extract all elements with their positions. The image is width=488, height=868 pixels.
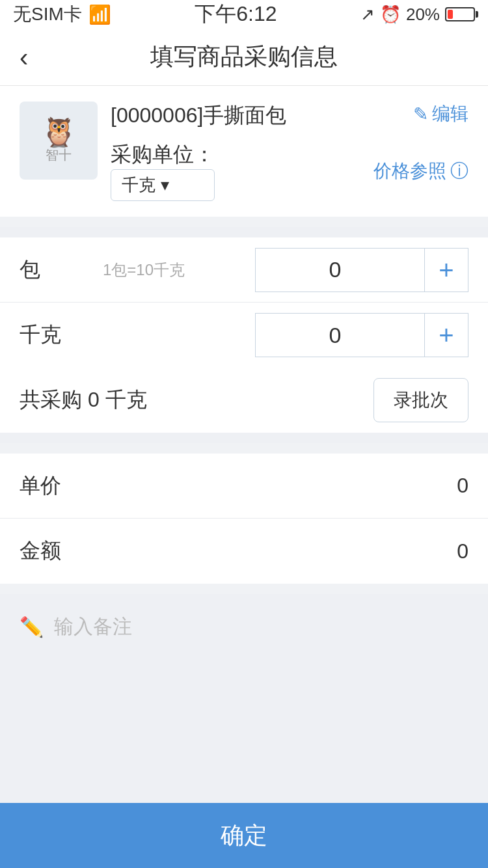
unit-select[interactable]: 千克 ▾ [111,169,215,201]
bag-label: 包 [20,256,98,284]
kg-plus-button[interactable]: + [424,313,468,357]
status-time: 下午6:12 [195,0,277,29]
battery-fill [448,10,453,19]
kg-input-row: 千克 + [0,303,488,368]
kg-label: 千克 [20,321,98,349]
product-info: [0000006]手撕面包 ✎ 编辑 采购单位： 千克 ▾ 价格参照 ⓘ [111,102,468,201]
confirm-button[interactable]: 确定 [0,803,488,868]
alarm-icon: ⏰ [380,5,401,25]
pencil-icon: ✏️ [20,616,44,638]
bag-plus-button[interactable]: + [424,248,468,292]
battery-percent: 20% [406,5,440,25]
info-icon: ⓘ [450,159,468,183]
edit-label: 编辑 [432,102,468,126]
wifi-icon: 📶 [88,4,111,25]
back-button[interactable]: ‹ [20,44,28,70]
chevron-down-icon: ▾ [161,175,169,195]
unit-price-label: 单价 [20,472,61,500]
status-bar: 无SIM卡 📶 下午6:12 ↗ ⏰ 20% [0,0,488,29]
status-right: ↗ ⏰ 20% [360,5,475,25]
price-ref-button[interactable]: 价格参照 ⓘ [373,159,468,183]
total-row: 共采购 0 千克 录批次 [0,368,488,433]
unit-price-value: 0 [457,474,468,498]
amount-label: 金额 [20,537,61,565]
status-left: 无SIM卡 📶 [13,2,111,27]
unit-price-row: 单价 0 [0,454,488,519]
carrier-text: 无SIM卡 [13,2,82,27]
battery-icon [445,7,475,21]
product-name: [0000006]手撕面包 [111,102,286,130]
product-unit-row: 采购单位： 千克 ▾ 价格参照 ⓘ [111,141,468,201]
record-batch-button[interactable]: 录批次 [373,378,468,422]
section-divider-2 [0,433,488,443]
amount-row: 金额 0 [0,519,488,584]
bag-input-right: + [255,248,468,292]
kg-quantity-input[interactable] [255,313,424,357]
location-icon: ↗ [360,5,375,25]
unit-label: 采购单位： 千克 ▾ [111,141,215,201]
section-divider-1 [0,227,488,237]
product-card: 🦉 智十 [0000006]手撕面包 ✎ 编辑 采购单位： 千克 ▾ 价格参照 [0,86,488,217]
nav-bar: ‹ 填写商品采购信息 [0,29,488,86]
amount-value: 0 [457,539,468,563]
page-title: 填写商品采购信息 [150,41,338,73]
bag-sublabel: 1包=10千克 [103,260,185,280]
product-header: [0000006]手撕面包 ✎ 编辑 [111,102,468,130]
product-image: 🦉 智十 [20,102,98,180]
bag-input-row: 包 1包=10千克 + [0,237,488,303]
product-image-subtext: 智十 [46,146,72,164]
input-section: 包 1包=10千克 + 千克 + [0,237,488,368]
product-image-icon: 🦉 [41,118,77,146]
remark-placeholder: 输入备注 [54,614,132,640]
bag-quantity-input[interactable] [255,248,424,292]
edit-icon: ✎ [413,103,428,125]
kg-input-right: + [255,313,468,357]
edit-button[interactable]: ✎ 编辑 [413,102,468,126]
price-section: 单价 0 金额 0 [0,454,488,584]
total-text: 共采购 0 千克 [20,386,147,414]
remark-section[interactable]: ✏️ 输入备注 [0,594,488,660]
